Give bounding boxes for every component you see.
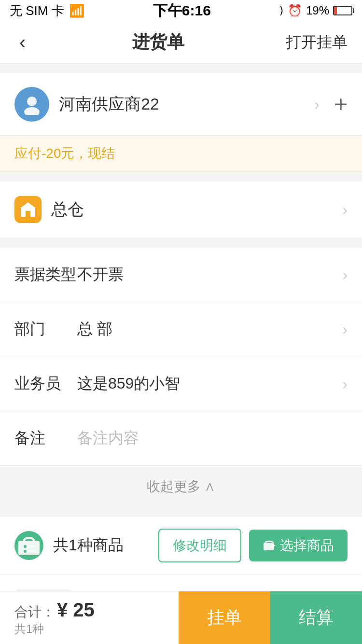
department-label: 部门: [14, 319, 77, 340]
select-goods-button[interactable]: 选择商品: [249, 530, 348, 561]
remark-placeholder[interactable]: 备注内容: [77, 428, 348, 449]
svg-rect-9: [28, 550, 35, 552]
warehouse-card: 总仓 ›: [0, 182, 362, 238]
total-section: 合计： ¥ 25 共1种: [0, 591, 179, 644]
supplier-chevron-icon: ›: [314, 96, 320, 113]
department-chevron-icon: ›: [342, 321, 348, 338]
checkout-button[interactable]: 结算: [270, 591, 362, 644]
location-icon: ⟩: [279, 4, 284, 17]
wifi-icon: 📶: [69, 3, 84, 18]
svg-point-1: [24, 107, 40, 115]
page-title: 进货单: [132, 30, 184, 54]
gap-1: [0, 64, 362, 73]
sim-label: 无 SIM 卡: [10, 2, 64, 19]
supplier-avatar: [14, 87, 49, 122]
goods-header: 共1种商品 修改明细 选择商品: [0, 517, 362, 574]
remark-label: 备注: [14, 428, 77, 449]
svg-point-8: [24, 550, 27, 553]
status-right: ⟩ ⏰ 19%: [279, 4, 352, 17]
goods-icon: [14, 531, 43, 560]
svg-rect-10: [264, 543, 274, 550]
warehouse-icon-bg: [14, 196, 42, 223]
total-amount: ¥ 25: [57, 599, 95, 621]
open-suspend-button[interactable]: 打开挂单: [286, 32, 348, 53]
back-button[interactable]: ‹: [14, 27, 30, 58]
battery-icon: [333, 6, 352, 15]
warehouse-chevron-icon: ›: [342, 201, 348, 219]
suspend-button[interactable]: 挂单: [179, 591, 270, 644]
ticket-type-chevron-icon: ›: [342, 266, 348, 284]
svg-point-6: [24, 545, 27, 548]
warehouse-row[interactable]: 总仓 ›: [0, 182, 362, 238]
status-left: 无 SIM 卡 📶: [10, 2, 84, 19]
total-label: 合计：: [14, 603, 55, 621]
select-goods-label: 选择商品: [280, 536, 334, 555]
gap-4: [0, 507, 362, 517]
status-bar: 无 SIM 卡 📶 下午6:16 ⟩ ⏰ 19%: [0, 0, 362, 21]
svg-rect-5: [18, 541, 40, 555]
alarm-icon: ⏰: [288, 4, 302, 17]
cart-icon: [263, 539, 276, 552]
supplier-row[interactable]: 河南供应商22 › +: [0, 73, 362, 136]
battery-percent: 19%: [306, 4, 329, 17]
collapse-toggle[interactable]: 收起更多 ∧: [0, 465, 362, 507]
svg-point-0: [27, 97, 37, 106]
svg-rect-7: [28, 546, 35, 547]
bottom-bar: 合计： ¥ 25 共1种 挂单 结算: [0, 591, 362, 644]
ticket-type-label: 票据类型: [14, 264, 77, 285]
department-row[interactable]: 部门 总 部 ›: [0, 302, 362, 357]
supplier-alert: 应付-20元，现结: [0, 136, 362, 172]
salesperson-label: 业务员: [14, 373, 77, 394]
salesperson-row[interactable]: 业务员 这是859的小智 ›: [0, 357, 362, 411]
svg-marker-3: [20, 202, 36, 208]
status-time: 下午6:16: [153, 1, 211, 21]
nav-bar: ‹ 进货单 打开挂单: [0, 21, 362, 64]
add-supplier-button[interactable]: +: [334, 93, 348, 116]
supplier-name: 河南供应商22: [59, 93, 314, 115]
ticket-type-value: 不开票: [77, 264, 342, 285]
form-card: 票据类型 不开票 › 部门 总 部 › 业务员 这是859的小智 › 备注 备注…: [0, 248, 362, 465]
ticket-type-row[interactable]: 票据类型 不开票 ›: [0, 248, 362, 302]
department-value: 总 部: [77, 319, 342, 340]
remark-row[interactable]: 备注 备注内容: [0, 411, 362, 465]
warehouse-name: 总仓: [51, 198, 342, 221]
supplier-card: 河南供应商22 › + 应付-20元，现结: [0, 73, 362, 172]
gap-3: [0, 238, 362, 248]
salesperson-chevron-icon: ›: [342, 375, 348, 393]
edit-detail-button[interactable]: 修改明细: [158, 529, 241, 562]
goods-count: 共1种商品: [53, 535, 158, 556]
gap-2: [0, 172, 362, 182]
salesperson-value: 这是859的小智: [77, 373, 342, 394]
svg-rect-4: [26, 211, 30, 217]
total-count: 共1种: [14, 621, 164, 637]
